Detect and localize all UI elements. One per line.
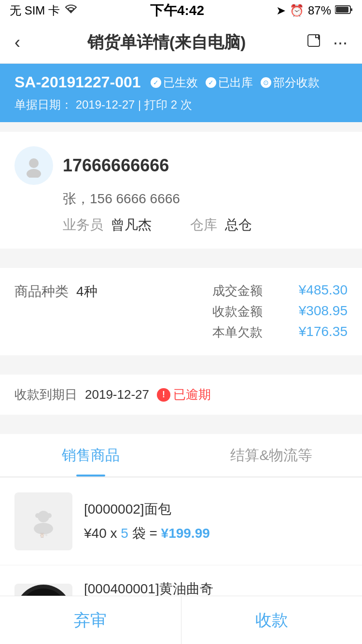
badge-partial: ⊙ 部分收款 [261,75,320,90]
kind-count: 4种 [76,282,97,301]
status-time: 下午4:42 [150,1,204,20]
debt-label: 本单欠款 [212,324,263,341]
price-qty-1: 5 [121,526,128,541]
received-amount-row: 收款金额 ¥308.95 [212,303,348,320]
customer-id: 17666666666 [63,155,169,176]
tab-products[interactable]: 销售商品 [0,434,181,476]
status-right: ➤ ⏰ 87% [276,4,352,17]
banner-row1: SA-20191227-001 ✓ 已生效 ✓ 已出库 ⊙ 部分收款 [14,73,348,91]
product-price-1: ¥40 x 5 袋 = ¥199.99 [84,524,348,543]
overdue-badge: ! 已逾期 [157,386,211,403]
summary-section: 商品种类 4种 成交金额 ¥485.30 收款金额 ¥308.95 本单欠款 ¥… [0,268,362,355]
sales-rep-label: 业务员 [63,217,103,232]
received-value: ¥308.95 [299,303,348,320]
carrier-text: 无 SIM 卡 [10,3,60,18]
product-info-1: [0000002]面包 ¥40 x 5 袋 = ¥199.99 [84,500,348,543]
summary-right: 成交金额 ¥485.30 收款金额 ¥308.95 本单欠款 ¥176.35 [212,282,348,341]
banner-date-row: 单据日期： 2019-12-27 | 打印 2 次 [14,97,348,112]
svg-point-5 [27,169,41,178]
tabs-section: 销售商品 结算&物流等 [0,434,362,477]
clock-icon: ⊙ [261,77,271,88]
kind-label: 商品种类 [14,282,69,301]
check-icon-1: ✓ [151,77,161,88]
customer-meta: 业务员 曾凡杰 仓库 总仓 [63,216,348,234]
svg-point-7 [35,513,40,518]
product-image-1: 🦉+ [14,492,72,550]
share-icon[interactable] [306,32,321,53]
svg-text:🦉+: 🦉+ [39,532,48,538]
svg-rect-3 [308,35,320,46]
due-section: 收款到期日 2019-12-27 ! 已逾期 [0,375,362,415]
warehouse-label: 仓库 [190,217,217,232]
badge-effective: ✓ 已生效 [151,75,198,90]
debt-value: ¥176.35 [299,324,348,341]
svg-point-8 [47,513,52,518]
debt-row: 本单欠款 ¥176.35 [212,324,348,341]
deal-amount-value: ¥485.30 [299,282,348,299]
location-icon: ➤ [276,4,286,17]
bottom-bar: 弃审 收款 [0,596,362,644]
order-id: SA-20191227-001 [14,73,141,91]
date-label: 单据日期： [14,98,72,111]
check-icon-2: ✓ [206,77,216,88]
list-item: 🦉+ [0000002]面包 ¥40 x 5 袋 = ¥199.99 [0,478,362,565]
wifi-icon [64,4,78,17]
confirm-button[interactable]: 收款 [181,596,362,644]
order-date: 2019-12-27 [76,98,135,111]
price-x-1: x [111,526,121,541]
divider-2 [0,355,362,365]
deal-amount-label: 成交金额 [212,282,263,299]
header-banner: SA-20191227-001 ✓ 已生效 ✓ 已出库 ⊙ 部分收款 单据日期：… [0,64,362,122]
nav-bar: ‹ 销货单详情(来自电脑) ··· [0,21,362,64]
divider-1 [0,249,362,258]
alarm-icon: ⏰ [290,4,304,17]
deal-amount-row: 成交金额 ¥485.30 [212,282,348,299]
price-base-1: ¥40 [84,526,107,541]
customer-row: 17666666666 [14,146,348,185]
received-label: 收款金额 [212,303,263,320]
avatar [14,146,53,185]
customer-section: 17666666666 张，156 6666 6666 业务员 曾凡杰 仓库 总… [0,132,362,249]
price-unit-1: 袋 [132,526,146,541]
price-eq-1: = [149,526,161,541]
nav-actions: ··· [290,32,348,53]
battery-icon [335,4,352,17]
badge-shipped: ✓ 已出库 [206,75,253,90]
print-info: | 打印 2 次 [138,98,192,111]
product-name-1: [0000002]面包 [84,500,348,518]
svg-point-4 [29,158,39,168]
back-button[interactable]: ‹ [14,32,43,53]
tab-settlement[interactable]: 结算&物流等 [181,434,362,476]
summary-grid: 商品种类 4种 成交金额 ¥485.30 收款金额 ¥308.95 本单欠款 ¥… [14,282,348,341]
cancel-button[interactable]: 弃审 [0,596,181,644]
sales-rep-value: 曾凡杰 [111,217,152,232]
due-date: 2019-12-27 [85,387,149,402]
overdue-text: 已逾期 [173,386,211,403]
more-icon[interactable]: ··· [333,32,348,53]
warehouse: 仓库 总仓 [190,216,252,234]
battery-text: 87% [308,4,331,17]
page-title: 销货单详情(来自电脑) [43,31,290,54]
status-bar: 无 SIM 卡 下午4:42 ➤ ⏰ 87% [0,0,362,21]
sales-rep: 业务员 曾凡杰 [63,216,152,234]
summary-left: 商品种类 4种 [14,282,97,301]
status-badges: ✓ 已生效 ✓ 已出库 ⊙ 部分收款 [151,75,320,90]
divider-3 [0,415,362,424]
customer-name-phone: 张，156 6666 6666 [63,190,348,208]
svg-rect-1 [351,8,352,11]
status-left: 无 SIM 卡 [10,3,78,18]
svg-rect-2 [336,7,348,13]
tabs-row: 销售商品 结算&物流等 [0,434,362,476]
due-label: 收款到期日 [14,386,77,403]
overdue-icon: ! [157,388,170,402]
price-total-1: ¥199.99 [161,526,210,541]
warehouse-value: 总仓 [225,217,252,232]
